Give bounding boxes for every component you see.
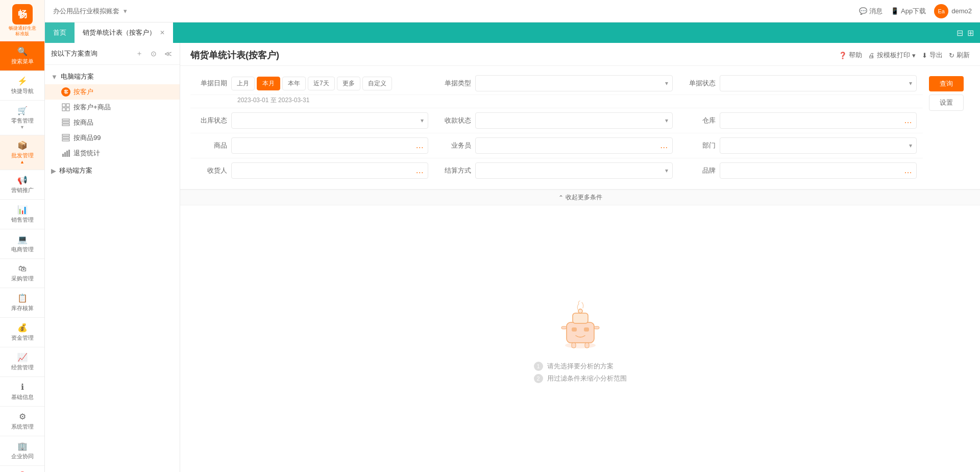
help-label: 帮助	[849, 51, 862, 60]
svg-rect-1	[66, 104, 69, 107]
sidebar-item-label: 系统管理	[11, 423, 34, 431]
tree-item-by-customer-product[interactable]: 按客户+商品	[45, 100, 180, 115]
sidebar-item-label: 资金管理	[11, 334, 34, 342]
salesperson-dropdown[interactable]: …	[475, 137, 672, 154]
refresh-button[interactable]: ↻ 刷新	[949, 51, 970, 60]
department-dropdown[interactable]: ▾	[720, 137, 917, 154]
finance-icon: 💰	[17, 323, 28, 333]
svg-rect-22	[572, 343, 576, 348]
warehouse-dropdown[interactable]: …	[720, 112, 917, 129]
dropdown-arrow-icon[interactable]: ▾	[124, 7, 127, 15]
order-status-dropdown[interactable]: ▾	[720, 75, 917, 91]
product-dots-icon[interactable]: …	[415, 141, 424, 150]
svg-point-14	[565, 342, 596, 348]
collapse-row[interactable]: ⌃ 收起更多条件	[180, 190, 980, 205]
tree-item-label: 退货统计	[74, 149, 100, 158]
brand-label: 品牌	[685, 166, 716, 175]
user-area[interactable]: Ea demo2	[934, 4, 972, 18]
return-stat-icon	[61, 149, 70, 158]
print-dropdown-icon[interactable]: ▾	[912, 52, 916, 59]
svg-rect-4	[62, 119, 69, 121]
payment-status-dropdown[interactable]: ▾	[475, 112, 672, 129]
payment-status-cell: 收款状态 ▾	[434, 108, 678, 133]
product-dropdown[interactable]: …	[231, 137, 428, 154]
date-btn-this-month[interactable]: 本月	[257, 77, 280, 90]
empty-state: 1 请先选择要分析的方案 2 用过滤条件来缩小分析范围	[180, 205, 980, 472]
date-btn-last-month[interactable]: 上月	[231, 77, 255, 90]
print-button[interactable]: 🖨 按模板打印 ▾	[868, 51, 916, 60]
tree-item-by-customer[interactable]: 客 按客户	[45, 84, 180, 100]
sidebar-item-corp[interactable]: 🏢 企业协同	[0, 436, 44, 466]
message-button[interactable]: 💬 消息	[859, 7, 883, 16]
order-type-label: 单据类型	[440, 79, 471, 88]
print-icon: 🖨	[868, 52, 875, 59]
tree-parent-mobile[interactable]: ▶ 移动端方案	[45, 163, 180, 178]
close-tab-icon[interactable]: ✕	[160, 29, 165, 36]
tree-parent-label: 移动端方案	[59, 166, 92, 175]
salesperson-dots-icon[interactable]: …	[660, 141, 668, 150]
recipient-dropdown[interactable]: …	[231, 162, 428, 179]
tree-item-return-stat[interactable]: 退货统计	[45, 146, 180, 161]
department-cell: 部门 ▾	[679, 133, 923, 158]
settings-button[interactable]: 设置	[929, 95, 964, 111]
tab-sales-stat[interactable]: 销货单统计表（按客户） ✕	[75, 22, 173, 43]
date-btn-this-year[interactable]: 本年	[282, 77, 306, 90]
tree-item-label: 按商品	[74, 118, 93, 127]
dropdown-arrow-icon: ▾	[665, 167, 668, 174]
sidebar-item-system[interactable]: ⚙ 系统管理	[0, 407, 44, 436]
sidebar-item-inventory[interactable]: 📋 库存核算	[0, 288, 44, 318]
export-button[interactable]: ⬇ 导出	[922, 51, 943, 60]
tree-expand-icon: ▶	[51, 167, 56, 175]
username: demo2	[951, 7, 972, 15]
collapse-label: 收起更多条件	[566, 193, 602, 202]
sidebar-item-newbie[interactable]: 🎯 新手引导	[0, 466, 44, 472]
tree-parent-desktop[interactable]: ▼ 电脑端方案	[45, 69, 180, 84]
tree-section: ▼ 电脑端方案 客 按客户 按客户+商品	[45, 65, 180, 182]
sidebar-item-finance[interactable]: 💰 资金管理	[0, 318, 44, 347]
svg-point-19	[578, 309, 582, 313]
help-button[interactable]: ❓ 帮助	[839, 51, 862, 60]
date-btn-7days[interactable]: 近7天	[308, 77, 335, 90]
app-download-button[interactable]: 📱 App下载	[891, 7, 926, 16]
settings-scheme-button[interactable]: ⊙	[148, 48, 159, 59]
sidebar-item-quick-nav[interactable]: ⚡ 快捷导航	[0, 71, 44, 101]
date-btn-more[interactable]: 更多	[337, 77, 360, 90]
tree-item-by-product[interactable]: 按商品	[45, 115, 180, 130]
brand-dropdown[interactable]: …	[720, 162, 917, 179]
warehouse-dots-icon[interactable]: …	[904, 116, 912, 125]
order-type-dropdown[interactable]: ▾	[475, 75, 672, 91]
date-label: 单据日期	[197, 79, 227, 88]
maximize-icon[interactable]: ⊞	[967, 28, 974, 38]
topbar: 办公用品行业模拟账套 ▾ 💬 消息 📱 App下载 Ea demo2	[45, 0, 980, 22]
sidebar-item-search[interactable]: 🔍 搜索菜单	[0, 41, 44, 71]
sidebar-item-retail[interactable]: 🛒 零售管理 ▼	[0, 101, 44, 135]
sidebar-item-operation[interactable]: 📈 经营管理	[0, 347, 44, 377]
add-scheme-button[interactable]: ＋	[134, 48, 145, 59]
tab-home[interactable]: 首页	[45, 22, 75, 43]
sidebar-item-ecom[interactable]: 💻 电商管理	[0, 229, 44, 259]
sidebar-item-purchase[interactable]: 🛍 采购管理	[0, 259, 44, 288]
tip-num-1: 1	[534, 362, 543, 371]
sidebar-logo[interactable]: 畅 畅捷通好生意标准版	[0, 0, 44, 41]
collapse-panel-button[interactable]: ≪	[162, 48, 174, 59]
sidebar-item-wholesale[interactable]: 📦 批发管理 ▲	[0, 135, 44, 170]
recipient-label: 收货人	[197, 166, 227, 175]
svg-rect-7	[62, 134, 69, 136]
sidebar-item-label: 经营管理	[11, 364, 34, 371]
date-btn-custom[interactable]: 自定义	[362, 77, 392, 90]
logo-text: 畅捷通好生意标准版	[9, 26, 36, 37]
svg-rect-15	[567, 322, 594, 343]
settlement-dropdown[interactable]: ▾	[475, 162, 672, 179]
brand-dots-icon[interactable]: …	[904, 166, 912, 175]
svg-rect-18	[573, 313, 588, 323]
sidebar-item-basic[interactable]: ℹ 基础信息	[0, 377, 44, 407]
message-icon: 💬	[859, 7, 867, 15]
out-status-dropdown[interactable]: ▾	[231, 112, 428, 129]
sidebar-item-marketing[interactable]: 📢 营销推广	[0, 170, 44, 200]
minimize-icon[interactable]: ⊟	[957, 28, 963, 38]
salesperson-cell: 业务员 …	[434, 133, 678, 158]
recipient-dots-icon[interactable]: …	[415, 166, 424, 175]
tree-item-by-product-99[interactable]: 按商品99	[45, 130, 180, 146]
query-button[interactable]: 查询	[929, 76, 964, 91]
sidebar-item-sales[interactable]: 📊 销售管理	[0, 200, 44, 229]
